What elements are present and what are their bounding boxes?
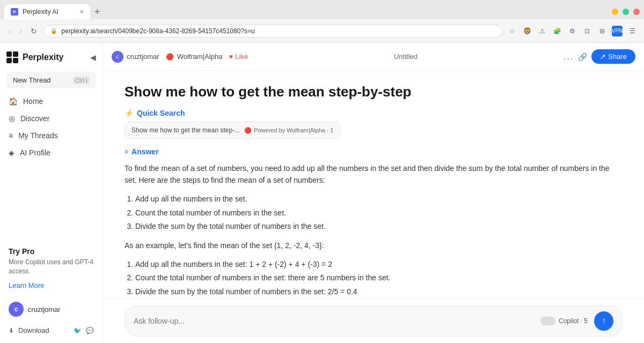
address-bar[interactable]: 🔒 perplexity.ai/search/0409be2c-908a-436… xyxy=(43,25,502,38)
vpn-icon[interactable]: VPN xyxy=(612,26,623,36)
sidebar-icon[interactable]: ⊞ xyxy=(597,26,608,36)
sidebar-item-label-discover: Discover xyxy=(20,114,49,123)
extension-icon[interactable]: 🧩 xyxy=(552,26,562,36)
header-avatar: c xyxy=(112,51,123,63)
article: Show me how to get the mean step-by-step… xyxy=(103,71,644,343)
sidebar-item-ai-profile[interactable]: ◈ AI Profile xyxy=(0,144,103,161)
pip-icon[interactable]: ⊡ xyxy=(582,26,592,36)
sidebar-header: Perplexity ◀ xyxy=(0,47,103,68)
warning-icon[interactable]: ⚠ xyxy=(537,26,547,36)
logo-dot-2 xyxy=(13,51,18,57)
tab-title: Perplexity AI xyxy=(23,8,76,16)
steps-list: Add up all the numbers in the set. Count… xyxy=(135,193,623,233)
nav-bar: ‹ › ↻ 🔒 perplexity.ai/search/0409be2c-90… xyxy=(0,19,644,43)
new-thread-label: New Thread xyxy=(13,76,51,84)
nav-actions: ☆ 🦁 ⚠ 🧩 ⚙ ⊡ ⊞ VPN ☰ xyxy=(507,26,638,36)
social-icons: 🐦 💬 xyxy=(74,327,94,334)
tab-favicon: P xyxy=(11,8,18,16)
sidebar-item-home[interactable]: 🏠 Home xyxy=(0,93,103,110)
threads-icon: ≡ xyxy=(9,131,13,140)
article-title: Show me how to get the mean step-by-step xyxy=(125,84,623,100)
tab-close-button[interactable]: × xyxy=(80,8,84,16)
share-label: Share xyxy=(608,53,627,61)
logo-dot-3 xyxy=(6,58,12,63)
new-thread-button[interactable]: New Thread Ctrl I xyxy=(6,72,96,88)
quick-search-section: ⚡ Quick Search Show me how to get the me… xyxy=(125,109,623,139)
header-like-button[interactable]: ♥ Like xyxy=(229,53,248,61)
close-window-button[interactable] xyxy=(633,9,640,15)
sidebar: Perplexity ◀ New Thread Ctrl I 🏠 Home ◎ … xyxy=(0,43,103,343)
lock-icon: 🔒 xyxy=(50,28,57,34)
sidebar-item-discover[interactable]: ◎ Discover xyxy=(0,110,103,127)
wolfram-badge-icon: 🔴 xyxy=(244,127,252,134)
share-button[interactable]: ↗ Share xyxy=(591,49,635,64)
user-profile[interactable]: c cruztjomar xyxy=(0,296,103,322)
like-label: Like xyxy=(235,53,248,61)
answer-label: ≡ Answer xyxy=(125,147,623,156)
download-label[interactable]: Download xyxy=(18,326,49,334)
example-steps-list: Add up all the numbers in the set: 1 + 2… xyxy=(135,258,623,299)
copy-link-icon[interactable]: 🔗 xyxy=(578,53,587,61)
sidebar-item-label-threads: My Threads xyxy=(18,131,58,140)
lightning-icon: ⚡ xyxy=(125,109,134,117)
header-wolfram: 🔴 Wolfram|Alpha xyxy=(166,53,223,61)
back-button[interactable]: ‹ xyxy=(6,25,13,38)
forward-button[interactable]: › xyxy=(18,25,25,38)
bookmark-icon[interactable]: ☆ xyxy=(507,26,517,36)
header-user: c cruztjomar xyxy=(112,51,159,63)
step-1: Add up all the numbers in the set. xyxy=(135,193,623,206)
follow-up-input[interactable] xyxy=(134,317,534,325)
content-header: c cruztjomar 🔴 Wolfram|Alpha ♥ Like Unti… xyxy=(103,43,644,71)
twitter-icon[interactable]: 🐦 xyxy=(74,327,82,334)
tab-bar: P Perplexity AI × + xyxy=(0,0,644,19)
minimize-button[interactable] xyxy=(612,9,618,15)
ai-profile-icon: ◈ xyxy=(9,148,14,157)
heart-icon: ♥ xyxy=(229,53,233,61)
step-3: Divide the sum by the total number of nu… xyxy=(135,220,623,233)
refresh-button[interactable]: ↻ xyxy=(28,25,39,38)
quick-search-label: ⚡ Quick Search xyxy=(125,109,623,117)
download-icon: ⬇ xyxy=(9,327,14,334)
brave-shield-icon[interactable]: 🦁 xyxy=(522,26,532,36)
new-thread-shortcut: Ctrl I xyxy=(73,77,90,84)
home-icon: 🏠 xyxy=(9,97,18,106)
logo-grid-icon xyxy=(6,51,18,63)
answer-intro: To find the mean of a set of numbers, yo… xyxy=(125,162,623,187)
powered-by-label: Powered by Wolfram|Alpha · 1 xyxy=(254,127,333,133)
try-pro-title: Try Pro xyxy=(9,247,94,256)
try-pro-description: More Copilot uses and GPT-4 access. xyxy=(9,258,94,276)
answer-label-text: Answer xyxy=(131,147,159,156)
example-step-3: Divide the sum by the total number of nu… xyxy=(135,286,623,299)
main-content: c cruztjomar 🔴 Wolfram|Alpha ♥ Like Unti… xyxy=(103,43,644,343)
copilot-badge: Copilot · 5 xyxy=(540,317,588,325)
more-options-button[interactable]: ... xyxy=(564,52,574,62)
maximize-button[interactable] xyxy=(623,9,629,15)
quick-search-card[interactable]: Show me how to get the mean step-... 🔴 P… xyxy=(125,122,340,139)
sidebar-collapse-button[interactable]: ◀ xyxy=(90,53,96,62)
sidebar-item-label-ai-profile: AI Profile xyxy=(20,148,50,157)
discover-icon: ◎ xyxy=(9,114,15,123)
submit-button[interactable]: ↑ xyxy=(594,311,613,331)
step-2: Count the total number of numbers in the… xyxy=(135,207,623,220)
header-wolfram-label: Wolfram|Alpha xyxy=(177,53,223,61)
try-pro-section: Try Pro More Copilot uses and GPT-4 acce… xyxy=(0,241,103,296)
new-tab-button[interactable]: + xyxy=(90,6,105,18)
menu-icon[interactable]: ☰ xyxy=(627,26,638,36)
username: cruztjomar xyxy=(28,305,61,314)
copilot-toggle[interactable] xyxy=(540,317,555,325)
example-step-2: Count the total number of numbers in the… xyxy=(135,272,623,285)
logo-dot-4 xyxy=(13,58,18,63)
active-tab[interactable]: P Perplexity AI × xyxy=(4,4,90,19)
copilot-label: Copilot · 5 xyxy=(559,317,588,325)
follow-up-input-container: Copilot · 5 ↑ xyxy=(125,305,623,337)
example-intro: As an example, let's find the mean of th… xyxy=(125,240,623,251)
sidebar-item-threads[interactable]: ≡ My Threads xyxy=(0,127,103,144)
avatar: c xyxy=(9,302,24,317)
wolfram-badge: 🔴 Powered by Wolfram|Alpha · 1 xyxy=(244,127,333,134)
discord-icon[interactable]: 💬 xyxy=(86,327,94,334)
url-text: perplexity.ai/search/0409be2c-908a-4362-… xyxy=(61,27,495,35)
learn-more-link[interactable]: Learn More xyxy=(9,281,44,289)
app-container: Perplexity ◀ New Thread Ctrl I 🏠 Home ◎ … xyxy=(0,43,644,343)
header-actions: ... 🔗 ↗ Share xyxy=(564,49,635,64)
extensions-icon[interactable]: ⚙ xyxy=(567,26,577,36)
